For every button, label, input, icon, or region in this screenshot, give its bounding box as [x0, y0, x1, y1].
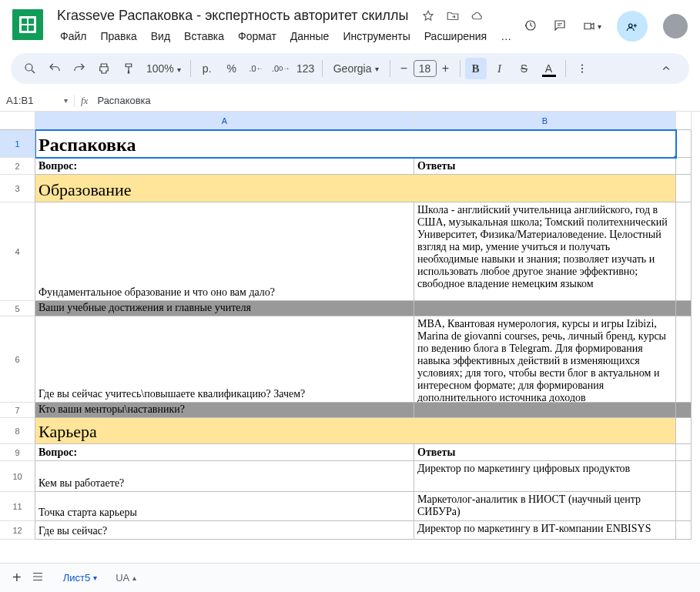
cell[interactable]: Ответы: [414, 444, 676, 461]
text-color-button[interactable]: A: [538, 57, 561, 80]
meet-icon[interactable]: ▾: [582, 19, 601, 33]
history-icon[interactable]: [524, 18, 538, 35]
font-family-select[interactable]: Georgia▾: [327, 62, 385, 75]
comments-icon[interactable]: [553, 18, 567, 35]
row-header[interactable]: 11: [0, 492, 35, 521]
menubar: ФайлПравкаВидВставкаФорматДанныеИнструме…: [54, 27, 524, 45]
increase-decimal-icon[interactable]: .00→: [270, 57, 293, 80]
toolbar: 100% ▾ р. % .0← .00→ 123 Georgia▾ − 18 +…: [11, 53, 689, 84]
sheets-logo: [12, 9, 43, 40]
number-format-button[interactable]: 123: [294, 57, 317, 80]
decrease-decimal-icon[interactable]: .0←: [245, 57, 268, 80]
column-header-b[interactable]: B: [414, 112, 676, 130]
currency-button[interactable]: р.: [196, 57, 219, 80]
cell[interactable]: Директор по маркетингу в ИТ-компании ENB…: [414, 521, 676, 540]
formula-bar[interactable]: Распаковка: [94, 95, 150, 106]
cell[interactable]: Школа - английский учительница английско…: [414, 202, 676, 301]
cell[interactable]: Маркетолог-аналитик в НИОСТ (научный цен…: [414, 492, 676, 521]
cloud-status-icon[interactable]: [470, 8, 485, 24]
svg-point-4: [581, 68, 582, 69]
menu-6[interactable]: Инструменты: [337, 27, 416, 45]
menu-1[interactable]: Правка: [94, 27, 142, 45]
font-size-input[interactable]: 18: [414, 60, 437, 77]
document-title[interactable]: Krasseve Распаковка - экспертность автор…: [54, 6, 411, 25]
undo-icon[interactable]: [43, 57, 66, 80]
cell[interactable]: Образование: [35, 175, 676, 202]
cell[interactable]: Директор по маркетингу цифровых продукто…: [414, 461, 676, 492]
menu-7[interactable]: Расширения: [418, 27, 493, 45]
column-header-a[interactable]: A: [35, 112, 414, 130]
redo-icon[interactable]: [68, 57, 91, 80]
cell[interactable]: Точка старта карьеры: [35, 492, 414, 521]
strikethrough-button[interactable]: S: [513, 57, 536, 80]
star-icon[interactable]: [420, 8, 436, 24]
svg-point-3: [581, 64, 582, 65]
row-header[interactable]: 9: [0, 444, 35, 461]
bold-button[interactable]: B: [465, 58, 487, 79]
menu-5[interactable]: Данные: [284, 27, 336, 45]
menu-0[interactable]: Файл: [54, 27, 92, 45]
cell[interactable]: [414, 301, 676, 316]
row-header[interactable]: 2: [0, 158, 35, 175]
cell[interactable]: Ответы: [414, 158, 676, 175]
row-header[interactable]: 3: [0, 175, 35, 202]
cell[interactable]: Кем вы работаете?: [35, 461, 414, 492]
svg-point-5: [581, 71, 582, 72]
share-button[interactable]: [617, 11, 648, 42]
percent-button[interactable]: %: [220, 57, 243, 80]
row-header[interactable]: 5: [0, 301, 35, 316]
font-size-increase[interactable]: +: [437, 59, 455, 78]
paint-format-icon[interactable]: [117, 57, 140, 80]
move-folder-icon[interactable]: [445, 8, 461, 24]
row-header[interactable]: 7: [0, 403, 35, 418]
cell[interactable]: Где вы сейчас?: [35, 521, 414, 540]
menu-2[interactable]: Вид: [145, 27, 176, 45]
row-header[interactable]: 4: [0, 202, 35, 301]
row-header[interactable]: 6: [0, 316, 35, 403]
menu-3[interactable]: Вставка: [178, 27, 230, 45]
column-header-c[interactable]: [676, 112, 692, 130]
collapse-toolbar-icon[interactable]: [651, 53, 682, 84]
account-avatar[interactable]: [663, 14, 688, 38]
select-all-corner[interactable]: [0, 112, 35, 130]
row-header[interactable]: 1: [0, 130, 35, 158]
italic-button[interactable]: I: [488, 57, 511, 80]
cell[interactable]: Ваши учебные достижения и главные учител…: [35, 301, 414, 316]
cell[interactable]: [414, 403, 676, 418]
cell[interactable]: Вопрос:: [35, 444, 414, 461]
search-icon[interactable]: [18, 57, 42, 80]
print-icon[interactable]: [92, 57, 116, 80]
cell[interactable]: Кто ваши менторы\наставники?: [35, 403, 414, 418]
cell[interactable]: MBA, Квантовая нумерология, курсы и игры…: [414, 316, 676, 403]
row-header[interactable]: 10: [0, 461, 35, 492]
font-size-decrease[interactable]: −: [395, 59, 414, 78]
cell[interactable]: Вопрос:: [35, 158, 414, 175]
menu-4[interactable]: Формат: [232, 27, 283, 45]
cell[interactable]: Карьера: [35, 418, 676, 444]
svg-point-2: [25, 64, 32, 71]
cell[interactable]: Распаковка: [35, 130, 676, 158]
fx-icon: fx: [74, 95, 94, 107]
zoom-select[interactable]: 100% ▾: [142, 62, 186, 75]
cell[interactable]: Где вы сейчас учитесь\повышаете квалифик…: [35, 316, 414, 403]
name-box[interactable]: A1:B1▾: [0, 95, 74, 106]
cell[interactable]: Фундаментальное образование и что оно ва…: [35, 202, 414, 301]
row-header[interactable]: 8: [0, 418, 35, 444]
more-toolbar-icon[interactable]: [571, 57, 594, 80]
row-header[interactable]: 12: [0, 521, 35, 540]
menu-8[interactable]: …: [494, 27, 517, 45]
svg-point-1: [629, 24, 633, 28]
